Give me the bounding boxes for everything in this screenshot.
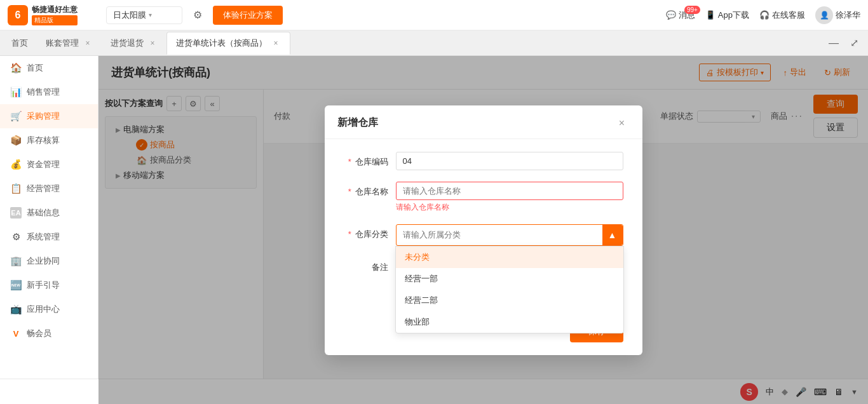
- modal-title: 新增仓库: [337, 116, 378, 130]
- sidebar-item-system[interactable]: ⚙ 系统管理: [0, 225, 98, 249]
- tab-purchase-stat-label: 进货单统计表（按商品）: [176, 37, 267, 49]
- sidebar-item-inventory[interactable]: 📦 库存核算: [0, 128, 98, 152]
- dropdown-item-dept1[interactable]: 经营一部: [396, 268, 623, 290]
- gear-button[interactable]: ⚙: [187, 5, 208, 25]
- top-header: 6 畅捷通好生意 精品版 日太阳膜 ▾ ⚙ 体验行业方案 💬 消息 99+ 📱 …: [0, 0, 868, 30]
- sidebar-item-sales[interactable]: 📊 销售管理: [0, 80, 98, 104]
- sidebar-finance-label: 资金管理: [27, 159, 60, 170]
- sidebar-sales-label: 销售管理: [27, 86, 60, 98]
- modal-new-warehouse: 新增仓库 × * 仓库编码: [325, 105, 642, 355]
- sidebar-item-finance[interactable]: 💰 资金管理: [0, 152, 98, 177]
- header-right: 💬 消息 99+ 📱 App下载 🎧 在线客服 👤 徐泽华: [666, 6, 860, 24]
- sidebar-item-vip[interactable]: V 畅会员: [0, 321, 98, 346]
- sidebar-vip-label: 畅会员: [27, 328, 51, 339]
- tab-home[interactable]: 首页: [3, 32, 37, 55]
- category-toggle-btn[interactable]: ▲: [602, 225, 623, 245]
- finance-icon: 💰: [10, 159, 22, 170]
- sidebar-item-app-center[interactable]: 📺 应用中心: [0, 297, 98, 321]
- app-download-label: App下载: [718, 10, 749, 21]
- form-row-category: * 仓库分类 ▲ 未分类 经营一部 经: [344, 224, 623, 246]
- sidebar-home-label: 首页: [27, 62, 43, 74]
- tab-purchase-return[interactable]: 进货退货 ×: [102, 32, 166, 55]
- sidebar: 🏠 首页 📊 销售管理 🛒 采购管理 📦 库存核算 💰 资金管理 📋 经营管理 …: [0, 56, 98, 404]
- sidebar-system-label: 系统管理: [27, 231, 60, 243]
- form-row-name: * 仓库名称 请输入仓库名称: [344, 182, 623, 213]
- trial-button[interactable]: 体验行业方案: [213, 6, 283, 25]
- basic-icon: EA: [10, 207, 22, 219]
- enterprise-icon: 🏢: [10, 255, 22, 267]
- modal-overlay: 新增仓库 × * 仓库编码: [98, 56, 868, 404]
- tab-minimize-btn[interactable]: —: [825, 34, 843, 52]
- name-label: * 仓库名称: [344, 182, 388, 198]
- required-star-category: *: [348, 229, 351, 239]
- main-layout: 🏠 首页 📊 销售管理 🛒 采购管理 📦 库存核算 💰 资金管理 📋 经营管理 …: [0, 56, 868, 404]
- form-row-code: * 仓库编码: [344, 152, 623, 170]
- category-wrapper: ▲ 未分类 经营一部 经营二部 物业部: [396, 224, 623, 246]
- tab-purchase-stat-close[interactable]: ×: [271, 38, 281, 48]
- category-dropdown: 未分类 经营一部 经营二部 物业部: [395, 246, 624, 333]
- logo-text: 畅捷通好生意: [32, 4, 78, 15]
- category-label: * 仓库分类: [344, 224, 388, 240]
- user-area[interactable]: 👤 徐泽华: [815, 6, 860, 24]
- store-name: 日太阳膜: [113, 10, 146, 21]
- code-label-text: 仓库编码: [355, 157, 388, 166]
- content-area: 进货单统计(按商品) 🖨 按模板打印 ▾ ↑ 导出 ↻ 刷新: [98, 56, 868, 404]
- username: 徐泽华: [836, 10, 860, 21]
- online-service-action[interactable]: 🎧 在线客服: [759, 10, 805, 21]
- required-star-name: *: [348, 187, 351, 196]
- sales-icon: 📊: [10, 86, 22, 98]
- sidebar-basic-label: 基础信息: [27, 207, 60, 219]
- message-action[interactable]: 💬 消息 99+: [666, 10, 695, 21]
- gear-icon: ⚙: [193, 9, 202, 21]
- tab-purchase-stat[interactable]: 进货单统计表（按商品） ×: [166, 32, 290, 55]
- system-icon: ⚙: [10, 231, 22, 243]
- code-label: * 仓库编码: [344, 152, 388, 168]
- dropdown-item-dept3[interactable]: 物业部: [396, 311, 623, 333]
- inventory-icon: 📦: [10, 135, 22, 146]
- headphone-icon: 🎧: [759, 10, 770, 20]
- notes-label: 备注: [344, 257, 388, 273]
- sidebar-item-home[interactable]: 🏠 首页: [0, 56, 98, 80]
- sidebar-item-business[interactable]: 📋 经营管理: [0, 177, 98, 201]
- sidebar-guide-label: 新手引导: [27, 279, 60, 291]
- dropdown-item-unclassified[interactable]: 未分类: [396, 246, 623, 268]
- dropdown-item-dept2[interactable]: 经营二部: [396, 290, 623, 311]
- tab-expand-btn[interactable]: ⤢: [845, 34, 863, 52]
- name-input-wrapper: 请输入仓库名称: [396, 182, 623, 213]
- mobile-icon: 📱: [705, 10, 715, 20]
- modal-header: 新增仓库 ×: [325, 105, 642, 139]
- sidebar-enterprise-label: 企业协同: [27, 255, 60, 267]
- tab-accounts[interactable]: 账套管理 ×: [37, 32, 102, 55]
- tab-accounts-label: 账套管理: [46, 37, 79, 49]
- warehouse-code-input[interactable]: [396, 152, 623, 170]
- name-error-text: 请输入仓库名称: [396, 202, 623, 213]
- sidebar-item-guide[interactable]: 🆕 新手引导: [0, 273, 98, 297]
- online-service-label: 在线客服: [772, 10, 805, 21]
- required-star: *: [348, 157, 351, 166]
- category-label-text: 仓库分类: [355, 229, 388, 239]
- store-selector[interactable]: 日太阳膜 ▾: [106, 6, 182, 24]
- warehouse-name-input[interactable]: [396, 182, 623, 200]
- name-label-text: 仓库名称: [355, 187, 388, 196]
- guide-icon: 🆕: [10, 279, 22, 291]
- category-input[interactable]: [397, 226, 602, 243]
- sidebar-item-purchase[interactable]: 🛒 采购管理: [0, 104, 98, 128]
- chevron-down-icon: ▾: [149, 11, 152, 18]
- app-center-icon: 📺: [10, 304, 22, 315]
- sidebar-item-basic[interactable]: EA 基础信息: [0, 201, 98, 225]
- logo-area: 6 畅捷通好生意 精品版: [8, 4, 106, 25]
- tab-purchase-return-close[interactable]: ×: [147, 38, 158, 48]
- logo-icon: 6: [8, 5, 28, 25]
- tab-accounts-close[interactable]: ×: [83, 38, 93, 48]
- avatar: 👤: [815, 6, 833, 24]
- home-icon: 🏠: [10, 62, 22, 74]
- modal-close-button[interactable]: ×: [614, 116, 630, 131]
- sidebar-inventory-label: 库存核算: [27, 135, 60, 146]
- tab-actions: — ⤢: [825, 34, 865, 52]
- business-icon: 📋: [10, 183, 22, 194]
- sidebar-item-enterprise[interactable]: 🏢 企业协同: [0, 249, 98, 273]
- app-download-action[interactable]: 📱 App下载: [705, 10, 749, 21]
- tab-bar: 首页 账套管理 × 进货退货 × 进货单统计表（按商品） × — ⤢: [0, 30, 868, 56]
- tab-purchase-return-label: 进货退货: [111, 37, 144, 49]
- sidebar-app-center-label: 应用中心: [27, 304, 60, 315]
